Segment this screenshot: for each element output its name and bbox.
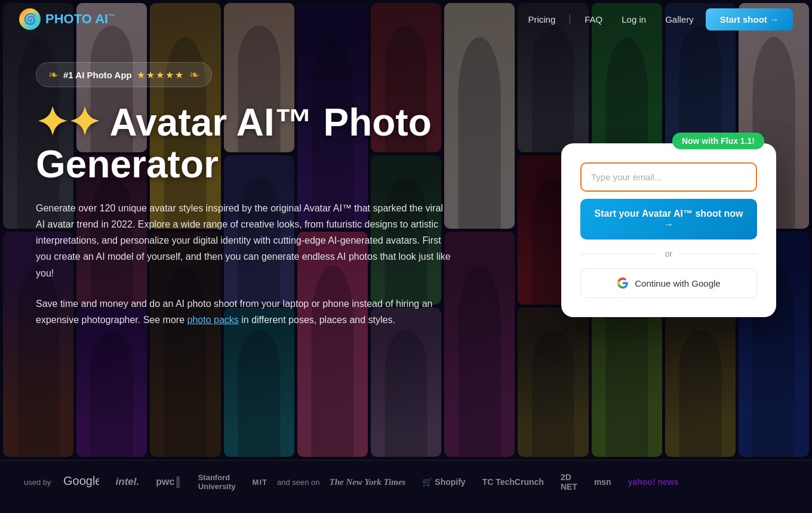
- nav-gallery[interactable]: Gallery: [658, 10, 701, 29]
- nav-links: Pricing FAQ Log in Gallery Start shoot →: [521, 8, 793, 30]
- google-icon: [617, 277, 629, 289]
- or-divider: or: [580, 249, 757, 259]
- brand-mit: MIT: [253, 478, 267, 487]
- star-rating: ★★★★★: [137, 69, 184, 81]
- brand-google: Google: [63, 474, 99, 490]
- media-logos: The New York Times 🛒 Shopify TC TechCrun…: [330, 472, 679, 492]
- nav-divider: [570, 14, 570, 24]
- brand-techcrunch: TC TechCrunch: [482, 477, 544, 487]
- hero-cta-text: Save time and money and do an AI photo s…: [36, 296, 454, 328]
- email-input[interactable]: [580, 162, 757, 192]
- right-laurel: ❧: [189, 67, 199, 82]
- hero-title: ✦✦ Avatar AI™ Photo Generator: [36, 102, 484, 186]
- flux-badge: Now with Flux 1.1!: [672, 133, 764, 149]
- brand-stanford: StanfordUniversity: [198, 473, 236, 491]
- brands-section: used by Google intel. pwc║ StanfordUnive…: [0, 460, 812, 503]
- brand-msn: msn: [594, 477, 611, 487]
- award-badge: ❧ #1 AI Photo App ★★★★★ ❧: [36, 62, 212, 87]
- start-shoot-button[interactable]: Start shoot →: [706, 8, 793, 30]
- brand-pwc: pwc║: [156, 477, 181, 487]
- sparkle-icon: ✦✦: [36, 101, 100, 144]
- nav-pricing[interactable]: Pricing: [521, 10, 562, 29]
- hero-section: 🌀 PHOTO AI™ Pricing FAQ Log in Gallery S…: [0, 0, 812, 460]
- left-laurel: ❧: [48, 67, 59, 82]
- brand-nyt: The New York Times: [330, 477, 406, 487]
- logo[interactable]: 🌀 PHOTO AI™: [19, 8, 115, 30]
- hero-description: Generate over 120 unique avatar styles i…: [36, 200, 454, 281]
- award-text: #1 AI Photo App: [63, 70, 132, 80]
- hero-content: ❧ #1 AI Photo App ★★★★★ ❧ ✦✦ Avatar AI™ …: [0, 38, 519, 366]
- nav-login[interactable]: Log in: [614, 10, 653, 29]
- signup-card: Now with Flux 1.1! Start your Avatar AI™…: [561, 143, 776, 317]
- brand-intel: intel.: [116, 476, 140, 488]
- brand-zdnet: 2DNET: [561, 472, 577, 492]
- photo-packs-link[interactable]: photo packs: [187, 315, 239, 325]
- seen-on-label: and seen on: [277, 478, 320, 487]
- testimonials-section: "Photo AI is making money by "Photo AI c…: [0, 503, 812, 513]
- navbar: 🌀 PHOTO AI™ Pricing FAQ Log in Gallery S…: [0, 0, 812, 38]
- logo-icon: 🌀: [19, 8, 41, 30]
- brand-yahoo: yahoo! news: [628, 477, 679, 487]
- google-signin-button[interactable]: Continue with Google: [580, 268, 757, 298]
- svg-text:Google: Google: [63, 474, 99, 487]
- nav-faq[interactable]: FAQ: [577, 10, 610, 29]
- start-avatar-button[interactable]: Start your Avatar AI™ shoot now →: [580, 199, 757, 239]
- logo-text: PHOTO AI™: [45, 11, 115, 27]
- brand-shopify: 🛒 Shopify: [422, 477, 465, 487]
- brand-logos: Google intel. pwc║ StanfordUniversity MI…: [63, 473, 267, 491]
- used-by-label: used by: [24, 478, 51, 487]
